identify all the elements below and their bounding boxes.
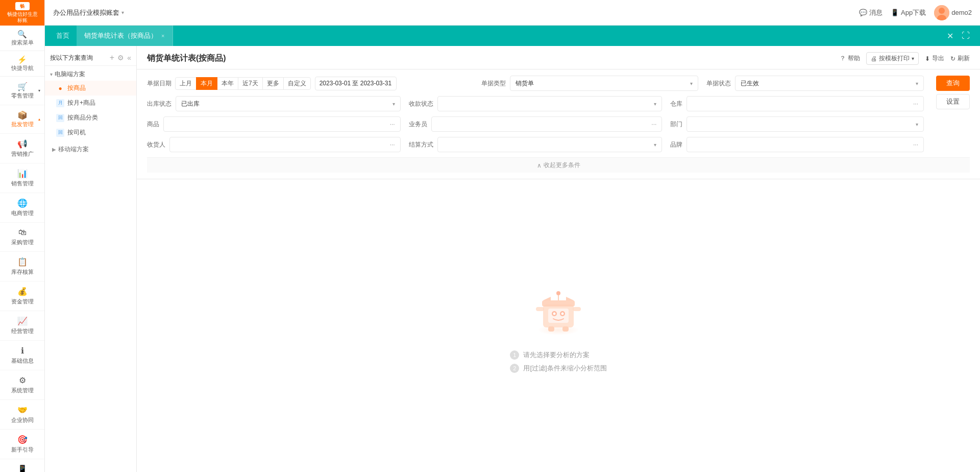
window-maximize-button[interactable]: ⛶ [960, 29, 972, 42]
help-label: 帮助 [848, 54, 860, 63]
window-close-button[interactable]: ✕ [945, 29, 955, 43]
tab-close-button[interactable]: × [160, 33, 165, 39]
sidebar-item-inventory[interactable]: 📋 库存核算 [0, 252, 44, 281]
mobile-group-title[interactable]: ▶ 移动端方案 [45, 142, 136, 157]
sidebar-item-finance[interactable]: 💰 资金管理 [0, 281, 44, 311]
filter-brand: 品牌 ··· [670, 137, 924, 152]
sidebar-item-app-center[interactable]: 📱 应用中心 [0, 459, 44, 472]
scheme-item-by-month-product[interactable]: 月 按月+商品 [45, 96, 136, 110]
add-scheme-button[interactable]: + [110, 53, 114, 62]
recipient-more-icon: ··· [390, 141, 395, 148]
filter-warehouse: 仓库 ··· [670, 96, 924, 111]
content-area: 按以下方案查询 + ⚙ « ▾ 电脑端方案 ● 按商品 月 按月 [45, 46, 980, 472]
tab-home[interactable]: 首页 [49, 26, 77, 46]
export-label: 导出 [932, 54, 944, 63]
doc-status-label: 单据状态 [706, 79, 731, 88]
date-range-input[interactable]: 2023-03-01 至 2023-03-31 [315, 77, 397, 90]
refresh-label: 刷新 [958, 54, 970, 63]
out-status-chevron-icon: ▾ [393, 101, 395, 107]
sidebar-item-sales[interactable]: 📊 销售管理 [0, 163, 44, 193]
warehouse-select[interactable]: ··· [687, 96, 924, 111]
retail-expand-icon: ▾ [38, 88, 40, 93]
scheme-item-by-product[interactable]: ● 按商品 [45, 81, 136, 96]
message-button[interactable]: 💬 消息 [859, 8, 883, 17]
date-tab-last7days[interactable]: 近7天 [238, 77, 263, 90]
sidebar-item-operations[interactable]: 📈 经营管理 [0, 311, 44, 341]
main-area: 办公用品行业模拟账套 ▾ 💬 消息 📱 App下载 [45, 0, 980, 472]
left-panel-header: 按以下方案查询 + ⚙ « [45, 50, 136, 66]
user-avatar-area[interactable]: demo2 [934, 5, 972, 20]
salesperson-label: 业务员 [409, 120, 427, 129]
sidebar-item-wholesale[interactable]: 📦 批发管理 ▴ [0, 105, 44, 134]
message-label: 消息 [869, 8, 883, 17]
app-download-label: App下载 [901, 8, 926, 17]
salesperson-select[interactable]: ··· [431, 116, 663, 132]
sidebar-item-marketing[interactable]: 📢 营销推广 [0, 134, 44, 163]
tab-bar-actions: ✕ ⛶ [941, 26, 976, 46]
date-tab-last-month[interactable]: 上月 [175, 77, 197, 90]
sidebar: 畅 畅捷信好生意标账 🔍 搜索菜单 ⚡ 快捷导航 🛒 零售管理 ▾ 📦 批发管理… [0, 0, 45, 472]
help-button[interactable]: ？ 帮助 [840, 54, 860, 63]
scheme-panel-title: 按以下方案查询 [50, 54, 93, 62]
date-tab-custom[interactable]: 自定义 [283, 77, 311, 90]
date-filter: 单据日期 上月 本月 本年 近7天 更多 自定义 2023-03-01 至 20… [147, 77, 473, 90]
app-download-icon: 📱 [891, 9, 899, 16]
export-icon: ⬇ [925, 55, 930, 62]
doc-type-select[interactable]: 销货单 ▾ [510, 76, 699, 91]
top-header-right: 💬 消息 📱 App下载 demo2 [859, 5, 972, 20]
tab-sales-stat[interactable]: 销货单统计表（按商品） × [77, 26, 173, 46]
svg-rect-16 [562, 326, 569, 332]
page-header: 销货单统计表(按商品) ？ 帮助 🖨 按模板打印 ▾ ⬇ [137, 46, 980, 69]
app-logo: 畅 畅捷信好生意标账 [0, 0, 44, 26]
sidebar-item-system[interactable]: ⚙ 系统管理 [0, 370, 44, 400]
sidebar-item-retail[interactable]: 🛒 零售管理 ▾ [0, 77, 44, 105]
mobile-group-expand-icon: ▶ [52, 147, 56, 152]
sidebar-item-ecommerce[interactable]: 🌐 电商管理 [0, 193, 44, 223]
empty-step-1: 1 请先选择要分析的方案 [510, 350, 606, 360]
svg-rect-5 [542, 300, 575, 306]
settings-scheme-button[interactable]: ⚙ [117, 54, 124, 62]
filter-out-status: 出库状态 已出库 ▾ [147, 96, 401, 111]
salesperson-more-icon: ··· [651, 121, 656, 128]
department-select[interactable]: ▾ [687, 116, 924, 132]
collapse-panel-button[interactable]: « [127, 54, 131, 62]
collapse-filters-button[interactable]: ∧ 收起更多条件 [147, 157, 970, 173]
brand-select[interactable]: ··· [687, 137, 924, 152]
sidebar-item-search[interactable]: 🔍 搜索菜单 [0, 26, 44, 51]
date-tab-more[interactable]: 更多 [262, 77, 284, 90]
settlement-select[interactable]: ▾ [437, 137, 663, 152]
date-tab-this-year[interactable]: 本年 [217, 77, 238, 90]
doc-status-value: 已生效 [741, 79, 759, 88]
top-header: 办公用品行业模拟账套 ▾ 💬 消息 📱 App下载 [45, 0, 980, 26]
brand-label: 品牌 [670, 140, 682, 149]
date-tab-this-month[interactable]: 本月 [196, 77, 217, 90]
out-status-select[interactable]: 已出库 ▾ [176, 96, 401, 111]
sidebar-item-quick-nav[interactable]: ⚡ 快捷导航 [0, 51, 44, 77]
scheme-item-by-category[interactable]: 回 按商品分类 [45, 110, 136, 125]
action-column: 查询 设置 [936, 76, 970, 109]
sidebar-item-cooperation[interactable]: 🤝 企业协同 [0, 400, 44, 430]
top-header-left: 办公用品行业模拟账套 ▾ [53, 8, 124, 17]
step-1-number: 1 [510, 350, 519, 360]
refresh-button[interactable]: ↻ 刷新 [950, 54, 970, 63]
recipient-select[interactable]: ··· [169, 137, 401, 152]
receipt-status-select[interactable]: ▾ [437, 96, 663, 111]
industry-selector[interactable]: 办公用品行业模拟账套 ▾ [53, 8, 124, 17]
export-button[interactable]: ⬇ 导出 [925, 54, 944, 63]
sidebar-item-purchase[interactable]: 🛍 采购管理 [0, 223, 44, 252]
print-button[interactable]: 🖨 按模板打印 ▾ [866, 52, 919, 65]
settings-button[interactable]: 设置 [936, 94, 970, 109]
app-download-button[interactable]: 📱 App下载 [891, 8, 926, 17]
desktop-group-title[interactable]: ▾ 电脑端方案 [45, 68, 136, 81]
query-button[interactable]: 查询 [936, 76, 970, 91]
scheme-item-by-driver[interactable]: 回 按司机 [45, 125, 136, 140]
scheme-by-month-product-label: 按月+商品 [67, 99, 95, 107]
doc-status-select[interactable]: 已生效 ▾ [735, 76, 924, 91]
filter-area: 单据日期 上月 本月 本年 近7天 更多 自定义 2023-03-01 至 20… [137, 69, 980, 179]
product-select[interactable]: ··· [163, 116, 401, 132]
user-name: demo2 [951, 9, 972, 16]
tab-bar: 首页 销货单统计表（按商品） × ✕ ⛶ [45, 26, 980, 46]
sidebar-item-basic-info[interactable]: ℹ 基础信息 [0, 341, 44, 370]
sidebar-item-onboarding[interactable]: 🎯 新手引导 [0, 430, 44, 459]
scheme-by-category-icon: 回 [56, 114, 64, 122]
